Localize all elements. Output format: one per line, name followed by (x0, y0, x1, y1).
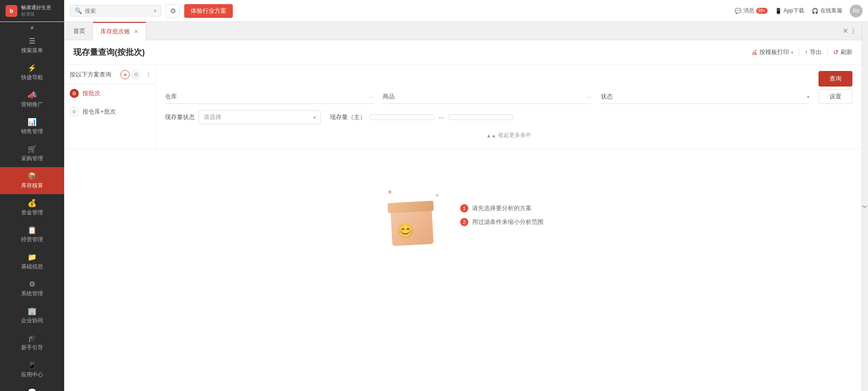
query-button[interactable]: 查询 (819, 71, 852, 87)
tip-num-1: 1 (460, 204, 468, 212)
logo-area: b 畅康通好生意 标准版 (0, 0, 64, 22)
scheme-collapse-icon[interactable]: 《 (144, 71, 150, 79)
stock-qty-input-end[interactable] (448, 114, 514, 120)
filter-panel: 仓库 ··· 商品 ··· 状态 (156, 65, 862, 148)
scheme-header-label: 按以下方案查询 (70, 71, 111, 79)
finance-icon: 💰 (27, 199, 37, 207)
system-icon: ⚙ (29, 280, 35, 288)
sales-icon: 📊 (27, 118, 37, 126)
app-name: 畅康通好生意 (21, 4, 51, 11)
refresh-icon: ↺ (833, 49, 839, 56)
empty-tip-1: 1 请先选择要分析的方案 (460, 204, 544, 212)
warehouse-label: 仓库 (165, 92, 177, 101)
status-dropdown-icon: ▾ (807, 94, 809, 99)
dropdown-arrow-icon: ▾ (154, 8, 156, 13)
right-panel-chevron-icon: ❯ (863, 205, 868, 208)
sidebar-item-system[interactable]: ⚙ 系统管理 (0, 275, 64, 302)
sidebar-item-operation[interactable]: 📋 经营管理 (0, 221, 64, 248)
page-header: 现存量查询(按批次) 🖨 按模板打印 ▾ ↑ 导出 ↺ 刷 (64, 40, 862, 65)
experience-button[interactable]: 体验行业方案 (184, 4, 233, 18)
customer-service-label: 在线客服 (820, 7, 842, 15)
app-download-label: App下载 (784, 7, 804, 15)
warehouse-field: 仓库 ··· (165, 92, 374, 104)
tip-num-2: 2 (460, 218, 468, 226)
tab-bar: 首页 库存批次账 ✕ ✕ ⟩ (64, 22, 862, 40)
purchase-icon: 🛒 (27, 145, 37, 153)
collapse-up-icon: ▲▲ (486, 133, 496, 138)
tab-close-icon[interactable]: ✕ (134, 28, 138, 35)
scheme-panel: 按以下方案查询 + ⚙ 《 ⚙ 按批次 ⚙ 按仓库+批次 (64, 65, 156, 148)
sidebar-scroll-up[interactable]: ▲ (0, 22, 64, 32)
home-label: 首页 (73, 27, 85, 35)
search-input[interactable] (85, 8, 151, 14)
empty-tips: 1 请先选择要分析的方案 2 用过滤条件来缩小分析范围 (460, 204, 544, 226)
messages-button[interactable]: 💬 消息 99+ (735, 7, 768, 15)
goods-label: 商品 (383, 92, 395, 101)
search-bar[interactable]: 🔍 ▾ (70, 5, 161, 16)
tab-inventory-batch[interactable]: 库存批次账 ✕ (93, 22, 146, 40)
app-center-icon: 📱 (27, 361, 37, 369)
sidebar: ▲ ☰ 搜索菜单 ⚡ 快捷导航 📣 营销推广 📊 销售管理 🛒 采购管理 📦 库… (0, 22, 64, 391)
tab-inventory-batch-label: 库存批次账 (100, 27, 130, 36)
status-field[interactable]: 状态 ▾ (601, 92, 809, 104)
stock-status-field: 现存量状态 请选择 ▾ (165, 110, 321, 124)
refresh-button[interactable]: ↺ 刷新 (833, 48, 852, 56)
app-edition: 标准版 (21, 11, 51, 17)
sidebar-item-wechat[interactable]: 💬 企业微信 (0, 383, 64, 391)
inventory-icon: 📦 (27, 172, 37, 180)
goods-more-icon[interactable]: ··· (587, 93, 592, 100)
status-label: 状态 (601, 92, 613, 101)
sidebar-item-quick-nav[interactable]: ⚡ 快捷导航 (0, 59, 64, 86)
user-avatar[interactable]: Rit (850, 5, 863, 17)
settings-button[interactable]: ⚙ (166, 4, 180, 18)
sidebar-item-app-center[interactable]: 📱 应用中心 (0, 356, 64, 383)
export-icon: ↑ (805, 49, 808, 56)
logo-icon: b (5, 5, 17, 17)
set-button[interactable]: 设置 (819, 89, 852, 104)
messages-label: 消息 (743, 7, 754, 15)
print-dropdown-icon: ▾ (791, 50, 793, 55)
marketing-icon: 📣 (27, 91, 37, 99)
right-panel-handle[interactable]: ❯ (862, 22, 868, 391)
sidebar-item-guide[interactable]: 🎓 新手引导 (0, 329, 64, 356)
sidebar-item-finance[interactable]: 💰 资金管理 (0, 194, 64, 221)
app-download-button[interactable]: 📱 App下载 (775, 7, 804, 15)
scheme-item-by-warehouse-batch[interactable]: ⚙ 按仓库+批次 (64, 103, 155, 121)
scheme-item-by-batch[interactable]: ⚙ 按批次 (64, 84, 155, 103)
page-content: 现存量查询(按批次) 🖨 按模板打印 ▾ ↑ 导出 ↺ 刷 (64, 40, 862, 391)
messages-badge: 99+ (756, 8, 768, 14)
print-icon: 🖨 (751, 49, 758, 56)
panel-expand-icon[interactable]: ⟩ (850, 26, 856, 37)
tab-home[interactable]: 首页 (66, 22, 93, 40)
quick-nav-icon: ⚡ (27, 64, 37, 72)
stock-qty-label: 现存量（主） (330, 113, 366, 121)
collapse-more-button[interactable]: ▲▲ 收起更多条件 (165, 129, 852, 142)
sidebar-item-sales[interactable]: 📊 销售管理 (0, 113, 64, 140)
sidebar-item-search-menu[interactable]: ☰ 搜索菜单 (0, 32, 64, 59)
sidebar-item-enterprise[interactable]: 🏢 企业协同 (0, 302, 64, 329)
scheme-settings-button[interactable]: ⚙ (132, 70, 141, 79)
export-button[interactable]: ↑ 导出 (805, 48, 822, 56)
goods-field: 商品 ··· (383, 92, 591, 104)
stock-qty-dash: — (439, 114, 445, 121)
search-icon: 🔍 (75, 7, 82, 14)
customer-service-button[interactable]: 🎧 在线客服 (812, 7, 842, 15)
sidebar-item-basic-info[interactable]: 📁 基础信息 (0, 248, 64, 275)
wechat-icon: 💬 (27, 388, 37, 391)
inactive-scheme-dot: ⚙ (70, 107, 79, 116)
guide-icon: 🎓 (27, 334, 37, 342)
active-scheme-dot: ⚙ (70, 89, 79, 98)
stock-qty-input-start[interactable] (369, 114, 435, 120)
operation-icon: 📋 (27, 226, 37, 234)
sidebar-item-marketing[interactable]: 📣 营销推广 (0, 86, 64, 113)
sidebar-item-inventory[interactable]: 📦 库存核算 (0, 167, 64, 194)
stock-status-dropdown-icon: ▾ (313, 115, 316, 120)
page-title: 现存量查询(按批次) (73, 47, 145, 58)
add-scheme-button[interactable]: + (121, 70, 130, 79)
panel-close-icon[interactable]: ✕ (841, 25, 850, 37)
sidebar-item-purchase[interactable]: 🛒 采购管理 (0, 140, 64, 167)
enterprise-icon: 🏢 (27, 307, 37, 315)
print-button[interactable]: 🖨 按模板打印 ▾ (751, 48, 793, 56)
stock-status-select[interactable]: 请选择 ▾ (198, 110, 321, 124)
warehouse-more-icon[interactable]: ··· (368, 93, 374, 100)
